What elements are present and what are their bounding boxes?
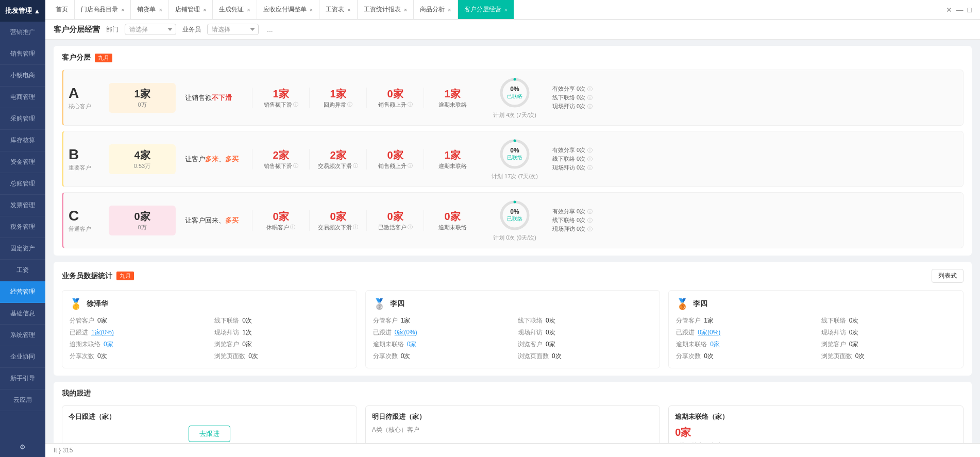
stat-label-0-1: 线下联络 [214,316,239,325]
stat-value-2-4[interactable]: 0家 [710,340,720,349]
stat-row-0-4: 逾期未联络 0家 [70,340,204,349]
tab-close-yingshou[interactable]: × [310,7,313,13]
stat-row-1-0: 分管客户 1家 [373,316,508,325]
sidebar-item-xiaodiandian[interactable]: 小畅电商 [0,65,45,87]
stat-label-1-7: 浏览页面数 [518,352,549,361]
salesman-select[interactable]: 请选择 [207,24,259,35]
list-view-button[interactable]: 列表式 [932,269,964,283]
sidebar-item-xitong[interactable]: 系统管理 [0,325,45,346]
sidebar-item-dianshang[interactable]: 电商管理 [0,87,45,108]
tier-stat-num-C-1: 0家 [330,210,346,224]
tab-gongzi[interactable]: 工资表× [319,0,357,20]
stat-value-0-2[interactable]: 1家(0%) [91,328,114,337]
sidebar-item-fapiao[interactable]: 发票管理 [0,195,45,216]
tier-slogan-h1-B: 多来 [205,155,218,163]
window-minimize-icon[interactable]: — [956,6,964,14]
tab-diandian[interactable]: 店铺管理× [169,0,213,20]
sidebar-item-caigoug[interactable]: 采购管理 [0,108,45,130]
tab-gongzitj[interactable]: 工资统计报表× [358,0,414,20]
stat-label-0-3: 现场拜访 [214,328,239,337]
staff-header-2: 🥉 李四 [676,298,956,310]
stat-value-2-2[interactable]: 0家(0%) [698,328,720,337]
go-followup-button[interactable]: 去跟进 [189,426,230,442]
sidebar-item-xinshou[interactable]: 新手引导 [0,368,45,390]
salesman-label: 业务员 [182,25,201,34]
sidebar-item-xiaoshou[interactable]: 销售管理 [0,43,45,65]
tier-circle-box-B: 0% 已联络 计划 17次 (7天/次) [481,138,548,180]
sidebar-item-zijin[interactable]: 资金管理 [0,151,45,173]
sidebar-item-yingxiao[interactable]: 营销推广 [0,22,45,43]
info-icon-side: ⓘ [587,164,593,172]
stat-row-2-0: 分管客户 1家 [676,316,810,325]
stat-label-2-5: 浏览客户 [821,340,846,349]
info-icon: ⓘ [408,162,413,170]
sidebar-top[interactable]: 批发管理 ▲ [0,0,45,22]
tab-close-diandian[interactable]: × [203,7,206,13]
more-button[interactable]: ... [265,25,275,33]
tab-bar: 首页门店商品目录×销货单×店铺管理×生成凭证×应收应付调整单×工资表×工资统计报… [45,0,980,20]
tier-slogan-highlight-C: 多买 [225,216,239,224]
tier-stat-label-A-0: 销售额下滑 ⓘ [264,101,298,109]
tab-close-shangpinfenxi[interactable]: × [448,7,451,13]
tier-stat-label-C-3: 逾期未联络 [438,224,467,231]
bottom-bar: It } 315 [45,443,980,457]
tab-close-mendianshanpin[interactable]: × [121,7,124,13]
tier-count-box-A: 1家0万 [109,83,176,113]
tab-close-shengcheng[interactable]: × [247,7,250,13]
tier-stat-num-A-3: 1家 [444,87,460,101]
sidebar-item-gongzi[interactable]: 工资 [0,260,45,281]
tier-stat-num-B-0: 2家 [273,148,289,162]
info-icon: ⓘ [353,224,358,231]
stat-value-2-7: 0次 [855,352,865,361]
sidebar-item-qiye[interactable]: 企业协同 [0,346,45,368]
dept-select[interactable]: 请选择 [125,24,176,35]
info-icon-side: ⓘ [587,217,593,224]
tab-shangpinfenxi[interactable]: 商品分析× [414,0,458,20]
stat-label-1-4: 逾期未联络 [373,340,404,349]
stat-value-0-7: 0次 [248,352,258,361]
window-close-icon[interactable]: ✕ [946,6,952,14]
sidebar-item-kucun[interactable]: 库存核算 [0,130,45,151]
info-icon-side: ⓘ [587,147,593,154]
tier-slogan-A: 让销售额不下滑 [180,93,252,103]
stat-value-1-2[interactable]: 0家(0%) [395,328,417,337]
stat-row-1-1: 线下联络 0次 [518,316,652,325]
tab-close-xiaohuo[interactable]: × [159,7,162,13]
content-area: 客户分层 九月 A核心客户1家0万让销售额不下滑 1家 销售额下滑 ⓘ 1家 回… [45,40,980,443]
stat-label-2-2: 已跟进 [676,328,695,337]
tab-kehufenceng[interactable]: 客户分层经营× [458,0,514,20]
sidebar-settings[interactable]: ⚙ [0,437,45,457]
tab-yingshou[interactable]: 应收应付调整单× [257,0,319,20]
tab-xiaohuo[interactable]: 销货单× [131,0,168,20]
stat-value-1-4[interactable]: 0家 [407,340,417,349]
info-icon-side: ⓘ [587,103,593,110]
sidebar-item-gudingzichan[interactable]: 固定资产 [0,238,45,260]
tab-close-gongzi[interactable]: × [347,7,350,13]
tier-stat-label-C-1: 交易频次下滑 ⓘ [318,224,358,231]
sidebar-item-yunying[interactable]: 云应用 [0,390,45,411]
sidebar-item-jichu[interactable]: 基础信息 [0,303,45,325]
tab-close-gongzitj[interactable]: × [404,7,407,13]
staff-stats-grid-2: 分管客户 1家 线下联络 0次 已跟进 0家(0%) 现场拜访 0次 逾期未联络… [676,316,956,361]
tier-stat-label-A-1: 回购异常 ⓘ [324,101,352,109]
stat-value-0-5: 0家 [242,340,252,349]
sidebar-top-label: 批发管理 [5,6,32,15]
staff-header-1: 🥈 李四 [373,298,653,310]
stat-label-0-5: 浏览客户 [214,340,239,349]
stat-value-0-4[interactable]: 0家 [104,340,113,349]
tab-shengcheng[interactable]: 生成凭证× [213,0,257,20]
sidebar-item-shuiwu[interactable]: 税务管理 [0,216,45,238]
sidebar-item-zonghang[interactable]: 总账管理 [0,173,45,195]
tab-close-kehufenceng[interactable]: × [504,7,508,13]
tab-label-home: 首页 [56,5,68,14]
tier-count-A: 1家 [134,87,150,101]
stat-row-1-4: 逾期未联络 0家 [373,340,508,349]
tab-mendianshanpin[interactable]: 门店商品目录× [75,0,131,20]
tier-side-stat-A-2: 现场拜访 0次 ⓘ [552,103,615,110]
window-maximize-icon[interactable]: □ [968,6,972,14]
sidebar-item-jingying[interactable]: 经营管理 [0,281,45,303]
page-header: 客户分层经营 部门 请选择 业务员 请选择 ... [45,20,980,40]
tier-row-A: A核心客户1家0万让销售额不下滑 1家 销售额下滑 ⓘ 1家 回购异常 ⓘ 0家… [62,70,964,126]
tab-home[interactable]: 首页 [49,0,75,20]
staff-stats-grid-1: 分管客户 1家 线下联络 0次 已跟进 0家(0%) 现场拜访 0次 逾期未联络… [373,316,653,361]
